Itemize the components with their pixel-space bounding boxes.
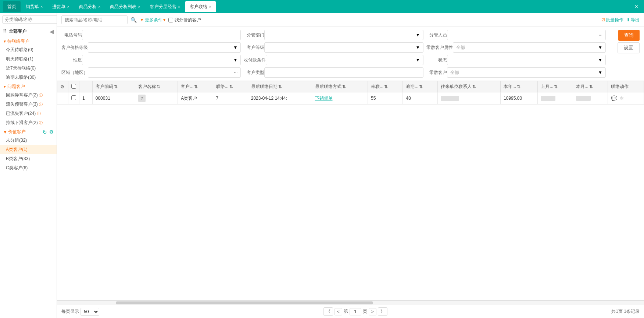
filter-price-level-select[interactable]: ▼ (88, 42, 241, 53)
close-goods-analysis-icon[interactable]: × (98, 4, 100, 9)
query-button[interactable]: 查询 (618, 30, 640, 41)
filter-manager-input[interactable]: ··· (447, 30, 606, 40)
page-number-input[interactable] (350, 308, 361, 315)
row-last-contact-method[interactable]: 下销货单 (312, 92, 368, 105)
my-customers-checkbox[interactable]: 我分管的客户 (168, 17, 201, 23)
sidebar-item-class-c[interactable]: C类客户(6) (0, 163, 57, 173)
scrollbar-thumb[interactable] (116, 301, 373, 304)
contact-method-link[interactable]: 下销货单 (315, 96, 333, 101)
filter-field-region: 区域（地区） ··· (61, 67, 241, 78)
table-header-contact[interactable]: 联络...⇅ (213, 81, 248, 92)
sidebar-item-tomorrow[interactable]: 明天待联络(1) (0, 54, 57, 64)
nav-tab-purchase-label: 进货单 (52, 4, 65, 10)
sidebar-item-today[interactable]: 今天待联络(0) (0, 45, 57, 54)
sidebar-section-value[interactable]: ▼ 价值客户 ↻ ⚙ (0, 127, 57, 136)
next-page-button[interactable]: > (369, 308, 376, 315)
filter-fields-grid: 电话号码 分管部门 ▼ (61, 30, 606, 78)
filter-retail-attr-select[interactable]: 全部 ▼ (453, 42, 606, 53)
close-purchase-icon[interactable]: × (67, 4, 69, 9)
page-size-selector: 每页显示 50 100 200 (61, 308, 99, 316)
first-page-button[interactable]: 《 (323, 307, 333, 316)
filter-status-select[interactable]: ▼ (447, 55, 606, 65)
value-refresh-icon[interactable]: ↻ (43, 129, 47, 135)
chat-icon[interactable]: 💬 (611, 95, 617, 101)
table-area: ⚙ 客户编码⇅ 客户名称⇅ 客户...⇅ (57, 81, 644, 300)
advanced-filters: 电话号码 分管部门 ▼ (57, 27, 644, 81)
table-header-checkbox[interactable] (68, 81, 79, 92)
filter-payment-select[interactable]: ▼ (266, 55, 423, 65)
batch-operation-button[interactable]: ☑ 批量操作 (601, 17, 623, 23)
top-nav: 首页 销货单 × 进货单 × 商品分析 × 商品分析列表 × 客户分层经营 × … (0, 0, 644, 13)
table-header-last-contact-method[interactable]: 最后联络方式⇅ (312, 81, 368, 92)
last-page-button[interactable]: 》 (378, 307, 387, 316)
sidebar-item-churn-warning[interactable]: 流失预警客户(3) ⓘ (0, 100, 57, 109)
horizontal-scrollbar[interactable] (57, 300, 644, 305)
sidebar-item-class-b[interactable]: B类客户(33) (0, 154, 57, 163)
customers-table: ⚙ 客户编码⇅ 客户名称⇅ 客户...⇅ (57, 81, 644, 105)
table-header-customer-type[interactable]: 客户...⇅ (178, 81, 213, 92)
nav-tab-customer-layer[interactable]: 客户分层经营 × (146, 1, 185, 12)
row-checkbox[interactable] (68, 92, 79, 105)
nav-tab-goods-list[interactable]: 商品分析列表 × (105, 1, 144, 12)
nav-tab-sales[interactable]: 销货单 × (21, 1, 47, 12)
sidebar-item-repurchase-abnormal[interactable]: 回购异常客户(2) ⓘ (0, 91, 57, 100)
sidebar-item-7days[interactable]: 近7天待联络(0) (0, 64, 57, 73)
filter-retail-customer-select[interactable]: 全部 ▼ (447, 67, 606, 78)
nav-tab-goods-analysis[interactable]: 商品分析 × (75, 1, 105, 12)
select-all-checkbox[interactable] (71, 84, 76, 89)
sidebar-all-customers[interactable]: ⠿ 全部客户 ◀ (0, 26, 57, 37)
table-header-seq (79, 81, 93, 92)
filter-phone-input[interactable] (82, 30, 241, 40)
row-this-year: 10995.00 (501, 92, 538, 105)
my-customers-checkbox-input[interactable] (168, 18, 173, 22)
sidebar-item-overdue[interactable]: 逾期未联络(30) (0, 73, 57, 82)
per-page-label: 每页显示 (61, 308, 79, 315)
table-header-this-year[interactable]: 本年...⇅ (501, 81, 538, 92)
retail-customer-chevron-icon: ▼ (598, 70, 602, 75)
table-header-overdue[interactable]: 逾期...⇅ (403, 81, 438, 92)
more-conditions-button[interactable]: ▼ 更多条件 ▾ (140, 17, 165, 23)
filter-nature-select[interactable]: ▼ (82, 55, 241, 65)
table-header-row: ⚙ 客户编码⇅ 客户名称⇅ 客户...⇅ (57, 81, 644, 92)
nav-tab-purchase[interactable]: 进货单 × (48, 1, 74, 12)
table-header-customer-name[interactable]: 客户名称⇅ (135, 81, 178, 92)
prev-page-button[interactable]: < (334, 308, 342, 315)
value-settings-icon[interactable]: ⚙ (49, 129, 54, 135)
sidebar-item-churned[interactable]: 已流失客户(24) ⓘ (0, 109, 57, 118)
table-header-this-month[interactable]: 本月...⇅ (573, 81, 608, 92)
qr-icon[interactable]: ⚛ (619, 95, 624, 101)
export-button[interactable]: ⬆ 导出 (626, 17, 640, 23)
sidebar-section-problem[interactable]: ▼ 问题客户 (0, 82, 57, 91)
table-header-last-contact-date[interactable]: 最后联络日期⇅ (248, 81, 312, 92)
row-select-checkbox[interactable] (71, 95, 76, 100)
row-last-contact-date: 2023-04-12 14:44: (248, 92, 312, 105)
filter-customer-level-select[interactable]: ▼ (264, 42, 423, 53)
content-area: 🔍 ▼ 更多条件 ▾ 我分管的客户 ☑ 批量操作 ⬆ 导出 (57, 13, 644, 318)
sidebar-item-declining[interactable]: 持续下滑客户(2) ⓘ (0, 118, 57, 127)
page-size-select[interactable]: 50 100 200 (80, 308, 99, 316)
nav-tab-customer-contact[interactable]: 客户联络 × (185, 1, 215, 12)
close-customer-contact-icon[interactable]: × (209, 4, 211, 9)
settings-button[interactable]: 设置 (618, 42, 640, 53)
sidebar-item-unclassified[interactable]: 未分组(32) (0, 136, 57, 145)
close-customer-layer-icon[interactable]: × (178, 4, 180, 9)
filter-customer-type-input[interactable] (264, 67, 423, 78)
table-header-last-month[interactable]: 上月...⇅ (538, 81, 573, 92)
table-header-gear[interactable]: ⚙ (57, 81, 68, 92)
filter-region-input[interactable]: ··· (88, 67, 241, 78)
sidebar-section-pending[interactable]: ▼ 待联络客户 (0, 37, 57, 45)
sidebar-item-class-a[interactable]: A类客户(1) (0, 145, 57, 154)
close-sales-icon[interactable]: × (40, 4, 43, 9)
filter-search-input[interactable] (61, 15, 128, 24)
row-customer-code: 000031 (92, 92, 135, 105)
sidebar-search-input[interactable] (2, 15, 57, 24)
nav-tab-home[interactable]: 首页 (3, 1, 21, 12)
filter-search-icon[interactable]: 🔍 (130, 17, 137, 23)
filter-dept-select[interactable]: ▼ (264, 30, 423, 40)
window-close-button[interactable]: × (632, 3, 641, 10)
table-header-customer-code[interactable]: 客户编码⇅ (92, 81, 135, 92)
table-header-no-contact[interactable]: 未联...⇅ (368, 81, 403, 92)
sidebar-collapse-icon[interactable]: ◀ (50, 29, 54, 35)
table-header-unit-contact[interactable]: 往来单位联系人⇅ (438, 81, 501, 92)
close-goods-list-icon[interactable]: × (138, 4, 140, 9)
